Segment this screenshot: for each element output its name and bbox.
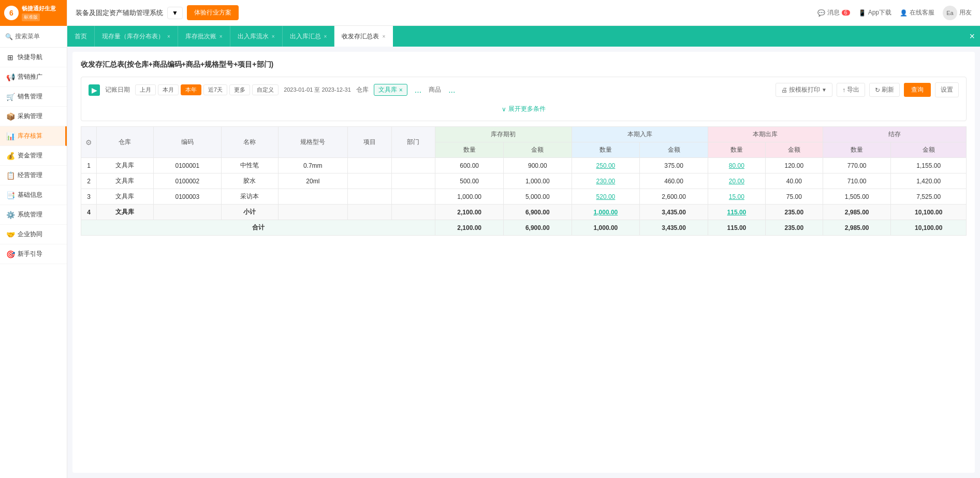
sidebar-item-sales[interactable]: 🛒 销售管理	[0, 87, 67, 107]
trial-button[interactable]: 体验行业方案	[187, 5, 239, 20]
tab-home-label: 首页	[75, 32, 87, 41]
sidebar-item-inventory[interactable]: 📊 库存核算	[0, 126, 67, 146]
topbar-right: 💬 消息 6 📱 App下载 👤 在线客服 Ea 用友	[817, 6, 972, 20]
sidebar-item-finance[interactable]: 💰 资金管理	[0, 146, 67, 166]
cell-in-qty[interactable]: 250.00	[572, 158, 640, 173]
app-download-button[interactable]: 📱 App下载	[858, 8, 891, 17]
cell-balance-qty: 2,985.00	[823, 205, 891, 220]
dropdown-arrow-icon: ▼	[172, 9, 178, 17]
cell-warehouse: 文具库	[97, 173, 154, 189]
sidebar-item-basic[interactable]: 📑 基础信息	[0, 185, 67, 205]
cell-in-amt: 2,600.00	[640, 189, 708, 205]
refresh-button[interactable]: ↻ 刷新	[869, 83, 900, 97]
expand-more-row: ∨ 展开更多条件	[89, 103, 959, 115]
warehouse-tag-close-icon[interactable]: ×	[399, 86, 403, 94]
footer-open-amt: 6,900.00	[503, 220, 572, 236]
query-button[interactable]: 查询	[904, 83, 931, 97]
finance-icon: 💰	[6, 152, 14, 160]
footer-in-qty: 1,000.00	[572, 220, 640, 236]
cell-out-qty[interactable]: 115.00	[708, 205, 765, 220]
cell-open-amt: 6,900.00	[503, 205, 572, 220]
system-name: 装备及固定资产辅助管理系统	[76, 8, 163, 18]
warehouse-tag[interactable]: 文具库 ×	[374, 84, 407, 96]
cell-balance-amt: 1,155.00	[891, 158, 967, 173]
settings-button[interactable]: 设置	[935, 82, 959, 97]
cell-balance-qty: 770.00	[823, 158, 891, 173]
date-btn-more[interactable]: 更多	[229, 84, 250, 95]
sidebar-item-label: 采购管理	[18, 112, 42, 121]
cell-dept	[391, 158, 435, 173]
date-btn-this-month[interactable]: 本月	[158, 84, 179, 95]
tab-close-icon[interactable]: ×	[167, 34, 170, 39]
online-service-button[interactable]: 👤 在线客服	[900, 8, 934, 17]
cell-code: 0100002	[153, 173, 222, 189]
cell-open-amt: 5,000.00	[503, 189, 572, 205]
filter-expand-arrow[interactable]: ▶	[89, 84, 100, 96]
export-button[interactable]: ↑ 导出	[837, 83, 865, 97]
cell-in-qty[interactable]: 520.00	[572, 189, 640, 205]
search-menu-button[interactable]: 🔍 搜索菜单	[3, 30, 64, 43]
sidebar-item-label: 企业协同	[18, 230, 42, 239]
quick-nav-icon: ⊞	[6, 53, 14, 62]
cell-spec: 0.7mm	[278, 158, 347, 173]
sidebar-item-system[interactable]: ⚙️ 系统管理	[0, 205, 67, 225]
sidebar-item-label: 经营管理	[18, 171, 42, 180]
tab-close-icon[interactable]: ×	[324, 34, 327, 39]
cell-out-qty[interactable]: 20.00	[708, 173, 765, 189]
date-btn-custom[interactable]: 自定义	[252, 84, 279, 95]
date-btn-7days[interactable]: 近7天	[203, 84, 227, 95]
footer-balance-amt: 10,100.00	[891, 220, 967, 236]
warehouse-ellipsis-button[interactable]: ...	[413, 85, 423, 95]
cell-code	[153, 205, 222, 220]
cell-dept	[391, 173, 435, 189]
sidebar-item-quick-nav[interactable]: ⊞ 快捷导航	[0, 48, 67, 67]
cell-balance-amt: 7,525.00	[891, 189, 967, 205]
cell-num: 4	[81, 205, 97, 220]
tab-inventory-dist[interactable]: 现存量（库存分布表） ×	[95, 26, 178, 47]
sidebar-item-enterprise[interactable]: 🤝 企业协同	[0, 225, 67, 244]
sidebar-item-marketing[interactable]: 📢 营销推广	[0, 67, 67, 87]
message-button[interactable]: 💬 消息 6	[817, 8, 850, 17]
cell-out-qty[interactable]: 80.00	[708, 158, 765, 173]
filter-top-actions: ▶ 记账日期 上月 本月 本年 近7天 更多 自定义 2023-01-01 至 …	[89, 82, 959, 97]
tab-close-icon[interactable]: ×	[220, 34, 223, 39]
tab-close-icon[interactable]: ×	[272, 34, 275, 39]
cell-balance-amt: 10,100.00	[891, 205, 967, 220]
tab-batch[interactable]: 库存批次账 ×	[178, 26, 230, 47]
cell-project	[347, 158, 391, 173]
tab-in-out-summary[interactable]: 出入库汇总 ×	[283, 26, 335, 47]
cell-project	[347, 189, 391, 205]
print-button[interactable]: 🖨 按模板打印 ▼	[776, 83, 832, 97]
sidebar-search[interactable]: 🔍 搜索菜单	[0, 26, 67, 48]
tab-close-active-icon[interactable]: ×	[382, 34, 385, 39]
th-period-in-amt: 金额	[640, 142, 708, 158]
sidebar-item-purchase[interactable]: 📦 采购管理	[0, 107, 67, 126]
cell-out-qty[interactable]: 15.00	[708, 189, 765, 205]
sidebar-item-guide[interactable]: 🎯 新手引导	[0, 244, 67, 264]
tabbar: 首页 现存量（库存分布表） × 库存批次账 × 出入库流水 × 出入库汇总 × …	[67, 26, 980, 47]
system-dropdown[interactable]: ▼	[167, 7, 183, 19]
sidebar-item-operations[interactable]: 📋 经营管理	[0, 166, 67, 185]
column-settings-icon[interactable]: ⚙	[85, 138, 92, 147]
user-menu[interactable]: Ea 用友	[943, 6, 972, 20]
search-icon: 🔍	[5, 33, 13, 40]
table-row-subtotal: 4 文具库 小计 2,100.00 6,900.00 1,000.00 3,43…	[81, 205, 967, 220]
tab-home[interactable]: 首页	[67, 26, 95, 47]
phone-icon: 📱	[858, 9, 866, 17]
cell-dept	[391, 189, 435, 205]
cell-in-qty[interactable]: 230.00	[572, 173, 640, 189]
cell-in-qty[interactable]: 1,000.00	[572, 205, 640, 220]
date-btn-last-month[interactable]: 上月	[135, 84, 156, 95]
goods-ellipsis-button[interactable]: ...	[446, 85, 457, 95]
cell-num: 2	[81, 173, 97, 189]
tab-in-out-flow[interactable]: 出入库流水 ×	[230, 26, 283, 47]
logo-text: 畅捷通好生意 标准版	[22, 5, 56, 21]
expand-more-button[interactable]: ∨ 展开更多条件	[89, 103, 959, 115]
cell-spec	[278, 205, 347, 220]
cell-name: 中性笔	[222, 158, 279, 173]
date-range: 2023-01-01 至 2023-12-31	[284, 86, 351, 94]
cell-out-amt: 40.00	[765, 173, 823, 189]
date-btn-this-year[interactable]: 本年	[181, 84, 201, 95]
tab-receive-send[interactable]: 收发存汇总表 ×	[334, 26, 393, 47]
close-all-tabs-button[interactable]: ×	[964, 26, 980, 47]
